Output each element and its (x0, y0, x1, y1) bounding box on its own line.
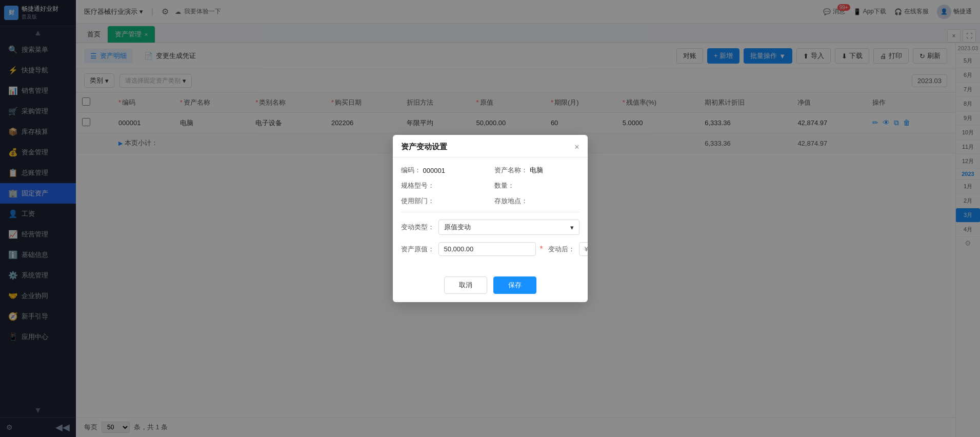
modal-field-dept: 使用部门： (401, 196, 486, 206)
after-label: 变动后： (548, 245, 575, 254)
location-label: 存放地点： (494, 196, 528, 206)
modal-row-code-name: 编码： 000001 资产名称： 电脑 (401, 166, 579, 175)
modal-divider (401, 212, 579, 212)
modal-field-name: 资产名称： 电脑 (494, 166, 579, 175)
modal-field-code: 编码： 000001 (401, 166, 486, 175)
modal-footer: 取消 保存 (393, 271, 588, 302)
modal-body: 编码： 000001 资产名称： 电脑 规格型号： 数量： (393, 157, 588, 271)
change-type-label: 变动类型： (401, 223, 434, 232)
spec-label: 规格型号： (401, 181, 434, 190)
modal-overlay[interactable]: 资产变动设置 × 编码： 000001 资产名称： 电脑 规格型号： (0, 0, 980, 437)
modal-field-spec: 规格型号： (401, 181, 486, 190)
quantity-label: 数量： (494, 181, 514, 190)
modal-row-original-after: 资产原值： * 变动后： (401, 242, 579, 256)
modal-row-spec-qty: 规格型号： 数量： (401, 181, 579, 190)
modal-field-location: 存放地点： (494, 196, 579, 206)
original-value-input[interactable] (438, 242, 536, 256)
modal-row-change-type: 变动类型： 原值变动 ▾ (401, 220, 579, 235)
chevron-down-icon: ▾ (570, 224, 574, 231)
change-type-select[interactable]: 原值变动 ▾ (438, 220, 579, 235)
asset-change-modal: 资产变动设置 × 编码： 000001 资产名称： 电脑 规格型号： (393, 135, 588, 302)
code-value: 000001 (423, 167, 445, 174)
name-value: 电脑 (530, 166, 543, 175)
name-label: 资产名称： (494, 166, 528, 175)
code-label: 编码： (401, 166, 421, 175)
original-value-label: 资产原值： (401, 245, 434, 254)
modal-row-dept-location: 使用部门： 存放地点： (401, 196, 579, 206)
modal-field-quantity: 数量： (494, 181, 579, 190)
change-type-value: 原值变动 (444, 223, 471, 232)
after-required-star: * (540, 245, 543, 254)
modal-header: 资产变动设置 × (393, 135, 588, 157)
after-value-input[interactable] (579, 242, 588, 256)
modal-close-btn[interactable]: × (574, 143, 579, 152)
save-button[interactable]: 保存 (493, 276, 536, 294)
modal-title: 资产变动设置 (401, 142, 447, 152)
dept-label: 使用部门： (401, 196, 434, 206)
cancel-button[interactable]: 取消 (444, 276, 487, 294)
